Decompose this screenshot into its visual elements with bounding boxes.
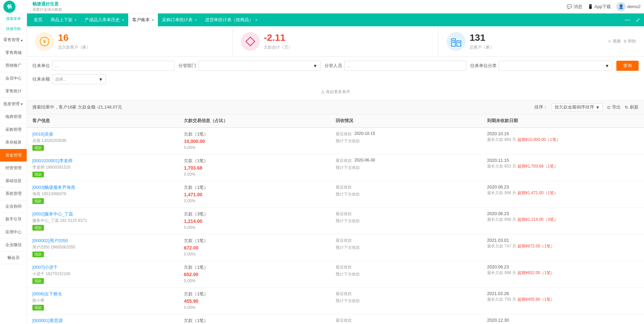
sidebar-item-newbie[interactable]: 新手引导 (0, 213, 27, 226)
filter-category: 往来单位分类 ▼ (470, 61, 612, 71)
tab-minimize-btn[interactable]: — (623, 17, 632, 23)
customer-sub: 用户2050 18665062050 (32, 244, 184, 250)
customer-info: [0003]畅捷服务尹海燕 海燕 18513066976 现款 (32, 184, 184, 204)
sidebar-quick-nav[interactable]: 快捷导航 (0, 24, 27, 34)
tab-close-icon[interactable]: × (122, 18, 124, 22)
person-input[interactable]: ... (344, 61, 467, 71)
sidebar-item-member[interactable]: 会员中心 (0, 72, 27, 85)
dept-select[interactable]: ▼ (198, 61, 320, 71)
tab-product-history[interactable]: 产成品入库单历史 × (81, 13, 128, 26)
debt-amount: 652.00 (184, 272, 335, 277)
query-button[interactable]: 查询 (616, 61, 639, 71)
sidebar-item-retail-mgmt[interactable]: 零售管理 ▲ (0, 34, 27, 47)
overdue-link[interactable]: 超期¥455.90（1笔） (517, 297, 555, 302)
dept-label: 分管部门 (178, 63, 196, 69)
stat-card-1: ¥ 16 总欠款客户（家） (27, 27, 233, 56)
sidebar-item-inventory[interactable]: 库存核算 (0, 136, 27, 149)
col-header-debt: 欠款交易信息（占比） (184, 118, 335, 124)
sidebar-item-purchase[interactable]: 采购管理 (0, 123, 27, 136)
customer-name-link[interactable]: [0001020001]李老师 (32, 158, 73, 163)
help-btn[interactable]: ⊘ 帮助 (623, 38, 636, 44)
stat-card-3: 131 总客户（家） ⊙ 视频 ⊘ 帮助 (439, 27, 644, 56)
recovery-next: 预计下次收款 (336, 298, 487, 304)
sidebar-item-system[interactable]: 系统管理 (0, 187, 27, 200)
tab-purchase-stats[interactable]: 采购订单统计表 × (158, 13, 201, 26)
tab-maximize-btn[interactable]: ⤢ (634, 17, 641, 23)
sidebar-item-batch-mgmt[interactable]: 批发管理 ▼ (0, 98, 27, 111)
due-days: 最长欠款 998 天 超期¥652.00（1笔） (487, 270, 639, 276)
refresh-btn[interactable]: ↻ 刷新 (625, 104, 639, 110)
overdue-link[interactable]: 超期¥1,471.00（1笔） (517, 190, 558, 195)
debt-percent: 0.00% (184, 305, 335, 310)
tab-close-icon[interactable]: × (152, 18, 154, 22)
overdue-link[interactable]: 超期¥10,000.00（1笔） (517, 137, 560, 142)
sidebar-item-marketing[interactable]: 营销推广 (0, 59, 27, 72)
top-bar: 畅 畅捷通好生意 母婴行业演示账套 💬 消息 📱 App下载 👤 demo2 (0, 0, 644, 13)
sidebar-item-retail-mall[interactable]: 零售商城 (0, 47, 27, 59)
sidebar-item-app-center[interactable]: 应用中心 (0, 226, 27, 239)
sidebar-item-enterprise[interactable]: 企业协同 (0, 200, 27, 213)
tab-goods-status[interactable]: 商品上下架 × (47, 13, 81, 26)
customer-name-link[interactable]: [0007]小进干 (32, 265, 58, 270)
category-select[interactable]: ▼ (499, 61, 612, 71)
overdue-link[interactable]: 超期¥1,703.68（1笔） (517, 164, 558, 169)
collapse-btn[interactable]: ⋀ 收起更多条件 (32, 88, 639, 96)
tab-purchase-goods[interactable]: 进货单统计表（按商品） × (201, 13, 261, 26)
due-date: 2020.11.15 (487, 158, 639, 163)
sidebar-item-wechat[interactable]: 企业微信 (0, 239, 27, 252)
recovery-label: 最近收款 (336, 158, 352, 164)
recovery-next: 预计下次收款 (336, 165, 487, 171)
customer-name-link[interactable]: [0002]服务中心_丁磊 (32, 211, 73, 216)
customer-name-link[interactable]: [000001]黄思源 (32, 318, 63, 323)
overdue-link[interactable]: 超期¥672.00（1笔） (517, 244, 555, 248)
svg-rect-9 (458, 42, 459, 43)
sidebar-item-member2[interactable]: 畅会员 (0, 252, 27, 264)
stat-value-3: 131 (470, 32, 494, 43)
user-profile[interactable]: 👤 demo2 (616, 2, 641, 11)
sort-select[interactable]: 按欠款金额倒序排序 ▼ (552, 103, 603, 111)
table-row: [000001]黄思源 黄思源 13552700226 现款 欠款（1笔） 42… (27, 314, 644, 324)
app-download-btn[interactable]: 📱 App下载 (588, 4, 611, 10)
customer-name-link[interactable]: [0003]畅捷服务尹海燕 (32, 185, 75, 190)
video-btn[interactable]: ⊙ 视频 (608, 38, 620, 44)
recovery-next: 预计下次收款 (336, 192, 487, 197)
customer-tag: 现款 (32, 198, 44, 204)
sidebar-item-finance[interactable]: 资金管理 (0, 149, 27, 162)
chevron-down-icon: ▼ (605, 63, 609, 68)
debt-amount: 455.90 (184, 298, 335, 304)
overdue-link[interactable]: 超期¥652.00（1笔） (517, 270, 555, 275)
debt-amount: 1,703.68 (184, 165, 335, 171)
due-date: 2020.10.15 (487, 131, 639, 136)
debt-info: 欠款（1笔） 672.00 0.00% (184, 238, 335, 257)
export-btn[interactable]: ⊙ 导出 (607, 104, 621, 110)
sidebar-item-basic-info[interactable]: 基础信息 (0, 175, 27, 187)
recovery-label: 最近收款 (336, 211, 352, 217)
tab-close-icon[interactable]: × (195, 18, 197, 22)
message-btn[interactable]: 💬 消息 (567, 4, 582, 10)
diamond-icon (245, 36, 255, 47)
customer-name-link[interactable]: [0016]吴俊 (32, 131, 53, 137)
recovery-label: 最近收款 (336, 264, 352, 270)
yuan-icon: ¥ (39, 36, 50, 47)
sidebar-search[interactable]: 搜索菜单 (0, 13, 27, 24)
recovery-info: 最近收款 预计下次收款 (336, 291, 487, 304)
chevron-down-icon: ▼ (595, 105, 600, 110)
supplier-input[interactable]: ... (52, 61, 174, 71)
overdue-link[interactable]: 超期¥1,214.00（3笔） (517, 217, 558, 222)
sidebar-item-retail-stats[interactable]: 零售统计 (0, 85, 27, 98)
tab-close-icon[interactable]: × (75, 18, 77, 22)
tab-customer-account[interactable]: 客户账本 × (128, 13, 158, 26)
customer-name-link[interactable]: [000002]用户2050 (32, 238, 68, 243)
subtitle: 母婴行业演示账套 (32, 7, 62, 12)
table-row: [000002]用户2050 用户2050 18665062050 现款 欠款（… (27, 234, 644, 261)
recovery-next: 预计下次收款 (336, 271, 487, 277)
stat-icon-1: ¥ (35, 32, 54, 51)
balance-select[interactable]: 选择... ▼ (52, 74, 106, 84)
customer-name-link[interactable]: [0006]去下粮仓 (32, 291, 62, 296)
sidebar-item-operations[interactable]: 经营管理 (0, 162, 27, 175)
tab-home[interactable]: 首页 (30, 13, 47, 26)
sidebar-item-ecommerce[interactable]: 电商管理 (0, 111, 27, 123)
tab-close-icon[interactable]: × (255, 18, 257, 22)
debt-info: 欠款（1笔） 652.00 0.00% (184, 264, 335, 283)
debt-count: 欠款（1笔） (184, 131, 335, 137)
